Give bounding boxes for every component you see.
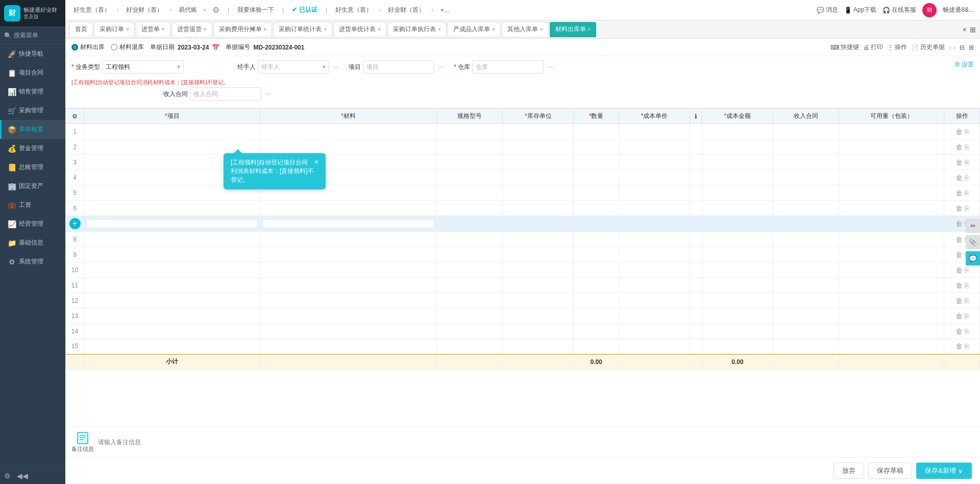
income-contract-ellipsis[interactable]: ··· [263, 90, 273, 98]
delete-row-btn[interactable]: 🗑 [955, 189, 963, 197]
notes-input[interactable] [98, 439, 974, 446]
close-tab-product-inbound[interactable]: × [492, 27, 495, 32]
calendar-icon[interactable]: 📅 [212, 44, 219, 51]
sidebar-item-purchase[interactable]: 🛒 采购管理 [0, 101, 65, 120]
link-more[interactable]: +... [438, 6, 451, 15]
link-good-biz2[interactable]: 好生意（首） [333, 5, 374, 15]
close-tab-purchase-exec[interactable]: × [438, 27, 441, 32]
delete-row-btn[interactable]: 🗑 [955, 220, 963, 228]
gear-link-icon[interactable]: ⚙ [210, 4, 222, 16]
close-tab-purchase-cost[interactable]: × [264, 27, 267, 32]
copy-row-btn[interactable]: ⎘ [965, 312, 969, 320]
delete-row-btn[interactable]: 🗑 [955, 327, 963, 335]
operation-btn[interactable]: ⋮ 操作 [887, 43, 907, 52]
copy-row-btn[interactable]: ⎘ [965, 297, 969, 305]
form-settings-btn[interactable]: ⚙ 设置 [954, 60, 974, 69]
sidebar-item-quick-nav[interactable]: 🚀 快捷导航 [0, 44, 65, 63]
sidebar-settings-icon[interactable]: ⚙ [4, 472, 11, 480]
discard-button[interactable]: 放弃 [834, 463, 864, 479]
delete-row-btn[interactable]: 🗑 [955, 174, 963, 182]
close-tab-goods-stats[interactable]: × [378, 27, 381, 32]
delete-row-btn[interactable]: 🗑 [955, 143, 963, 151]
tooltip-close-btn[interactable]: × [314, 158, 318, 165]
message-link[interactable]: 💬 消息 [817, 6, 838, 14]
close-tab-purchase-order[interactable]: × [126, 27, 129, 32]
sidebar-item-system[interactable]: ⚙ 系统管理 [0, 252, 65, 271]
row7-material-input[interactable] [263, 220, 433, 227]
print-btn[interactable]: 🖨 打印 [863, 43, 883, 52]
right-panel-edit-icon[interactable]: ✏ [966, 219, 980, 233]
sidebar-item-sales[interactable]: 📊 销售管理 [0, 82, 65, 101]
radio-return-input[interactable] [111, 44, 117, 51]
warehouse-ellipsis[interactable]: ··· [546, 63, 555, 70]
tab-product-inbound[interactable]: 产成品入库单× [448, 22, 501, 37]
tab-material-outbound[interactable]: 材料出库单× [550, 22, 597, 37]
copy-row-btn[interactable]: ⎘ [965, 158, 969, 166]
tab-goods-receipt[interactable]: 进货单× [136, 22, 170, 37]
tab-other-inbound[interactable]: 其他入库单× [502, 22, 549, 37]
row7-project-input[interactable] [87, 220, 257, 227]
sidebar-collapse-icon[interactable]: ◀◀ [17, 472, 28, 480]
delete-row-btn[interactable]: 🗑 [955, 128, 963, 136]
copy-row-btn[interactable]: ⎘ [965, 143, 969, 151]
tab-purchase-exec[interactable]: 采购订单执行表× [387, 22, 447, 37]
copy-row-btn[interactable]: ⎘ [965, 281, 969, 289]
copy-row-btn[interactable]: ⎘ [965, 204, 969, 212]
user-name[interactable]: 畅捷通8&... [943, 6, 974, 14]
radio-material-outbound[interactable]: 材料出库 [71, 43, 105, 52]
business-type-select[interactable]: 工程领料 ▾ [102, 60, 184, 74]
project-ellipsis[interactable]: ··· [436, 63, 446, 70]
save-draft-button[interactable]: 保存草稿 [868, 463, 912, 479]
link-try[interactable]: 我要体验一下 [235, 5, 276, 15]
pager-prev-icon[interactable]: ‹ [949, 43, 951, 52]
col-settings[interactable]: ⚙ [66, 109, 84, 124]
warehouse-select[interactable]: 仓库 [472, 60, 544, 74]
radio-material-return[interactable]: 材料退库 [111, 43, 144, 52]
sidebar-item-project-contract[interactable]: 📋 项目合同 [0, 63, 65, 82]
delete-row-btn[interactable]: 🗑 [955, 235, 963, 244]
copy-row-btn[interactable]: ⎘ [965, 128, 969, 136]
project-select[interactable]: 项目 [363, 60, 434, 74]
close-all-tabs-icon[interactable]: × [963, 26, 967, 34]
tab-purchase-order[interactable]: 采购订单× [94, 22, 135, 37]
add-row-btn[interactable]: + [69, 218, 81, 229]
tab-purchase-stats[interactable]: 采购订单统计表× [273, 22, 332, 37]
save-new-button[interactable]: 保存&新增 ∨ [916, 463, 972, 479]
link-good-finance2[interactable]: 好业财（首） [386, 5, 427, 15]
grid-view-icon[interactable]: ⊞ [970, 26, 976, 34]
copy-row-btn[interactable]: ⎘ [965, 266, 969, 274]
sidebar-item-payroll[interactable]: 💼 工资 [0, 196, 65, 214]
shortcut-btn[interactable]: ⌨ 快捷键 [830, 43, 859, 52]
search-menu[interactable]: 🔍 搜索菜单 [0, 27, 65, 44]
sidebar-item-ledger[interactable]: 📒 总账管理 [0, 158, 65, 177]
copy-row-btn[interactable]: ⎘ [965, 174, 969, 182]
user-avatar[interactable]: 财 [922, 3, 937, 17]
sidebar-item-basic-info[interactable]: 📁 基础信息 [0, 233, 65, 252]
close-tab-goods-receipt[interactable]: × [162, 27, 165, 32]
delete-row-btn[interactable]: 🗑 [955, 158, 963, 166]
close-tab-other-inbound[interactable]: × [540, 27, 543, 32]
close-tab-purchase-stats[interactable]: × [324, 27, 327, 32]
pager-next-icon[interactable]: › [953, 43, 955, 52]
delete-row-btn[interactable]: 🗑 [955, 204, 963, 212]
close-tab-goods-return[interactable]: × [204, 27, 207, 32]
sidebar-item-ops[interactable]: 📈 经营管理 [0, 214, 65, 233]
online-service-link[interactable]: 🎧 在线客服 [883, 6, 916, 14]
app-download-link[interactable]: 📱 App下载 [844, 6, 876, 14]
handler-select[interactable]: 经手人 ▾ [258, 60, 329, 74]
sidebar-item-fixed-assets[interactable]: 🏢 固定资产 [0, 177, 65, 196]
delete-row-btn[interactable]: 🗑 [955, 342, 963, 350]
sidebar-item-inventory[interactable]: 📦 库存核算 [0, 120, 65, 139]
copy-row-btn[interactable]: ⎘ [965, 342, 969, 350]
delete-row-btn[interactable]: 🗑 [955, 266, 963, 274]
delete-row-btn[interactable]: 🗑 [955, 297, 963, 305]
right-panel-attach-icon[interactable]: 📎 [966, 235, 980, 249]
tab-home[interactable]: 首页 [69, 22, 93, 37]
delete-row-btn[interactable]: 🗑 [955, 251, 963, 259]
radio-outbound-input[interactable] [71, 44, 78, 51]
right-panel-chat-icon[interactable]: 💬 [966, 251, 980, 265]
tab-goods-return[interactable]: 进货退货× [172, 22, 212, 37]
handler-ellipsis[interactable]: ··· [331, 63, 340, 70]
delete-row-btn[interactable]: 🗑 [955, 312, 963, 320]
link-good-biz[interactable]: 好生意（首） [71, 5, 112, 15]
